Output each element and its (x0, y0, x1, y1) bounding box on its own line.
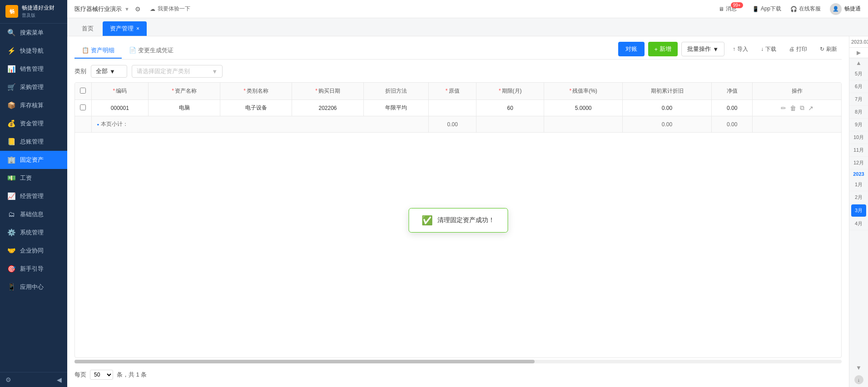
col-code: *编码 (91, 83, 149, 100)
down-circle-icon[interactable]: ↓ (854, 375, 863, 384)
company-settings-icon[interactable]: ⚙ (135, 5, 141, 13)
sidebar-item-system[interactable]: ⚙️ 系统管理 (0, 223, 67, 242)
month-4[interactable]: 4月 (849, 218, 868, 230)
category-type-select[interactable]: 全部 ▼ (91, 65, 127, 78)
month-5[interactable]: 5月 (849, 68, 868, 80)
row-checkbox[interactable] (80, 104, 86, 110)
sidebar-item-enterprise[interactable]: 🤝 企业协同 (0, 242, 67, 260)
row-net-value: 0.00 (712, 100, 753, 116)
col-depreciation-method: 折旧方法 (363, 83, 428, 100)
topbar-right: 🖥 消息 99+ 📱 App下载 🎧 在线客服 👤 畅捷通 (719, 3, 861, 15)
col-accumulated: 期初累计折旧 (622, 83, 711, 100)
col-original-value: *原值 (429, 83, 476, 100)
sidebar-item-sales[interactable]: 📊 销售管理 (0, 60, 67, 78)
user-name: 畅捷通 (844, 5, 861, 13)
tab-close-icon[interactable]: × (136, 25, 139, 32)
batch-button[interactable]: 批量操作 ▼ (681, 42, 724, 56)
sidebar-item-label: 经营管理 (20, 192, 44, 200)
collapse-icon[interactable]: ◀ (57, 376, 62, 383)
experience-icon: ☁ (150, 6, 155, 12)
company-dropdown-icon: ▼ (124, 6, 129, 12)
year-label: 2023 (849, 169, 868, 179)
more-icon[interactable]: ↗ (808, 104, 813, 112)
experience-button[interactable]: ☁ 我要体验一下 (150, 5, 190, 13)
month-7[interactable]: 7月 (849, 93, 868, 106)
edit-icon[interactable]: ✏ (781, 104, 786, 112)
service-button[interactable]: 🎧 在线客服 (790, 5, 821, 13)
tab-home[interactable]: 首页 (74, 21, 101, 36)
user-menu[interactable]: 👤 畅捷通 (830, 3, 861, 15)
sidebar-item-label: 资金管理 (20, 119, 44, 128)
sidebar-item-apps[interactable]: 📱 应用中心 (0, 278, 67, 296)
asset-list-icon: 📋 (82, 47, 89, 54)
sidebar-item-quicknav[interactable]: ⚡ 快捷导航 (0, 42, 67, 60)
tab-active-label: 资产管理 (110, 25, 134, 33)
print-button[interactable]: 🖨 打印 (784, 42, 812, 56)
company-selector[interactable]: 医疗器械行业演示 ▼ (74, 5, 129, 13)
category-filter-label: 类别 (74, 67, 86, 75)
service-icon: 🎧 (790, 6, 797, 12)
month-2[interactable]: 2月 (849, 191, 868, 204)
asset-table-container: *编码 *资产名称 *类别名称 *购买日期 折旧方法 *原值 *期限(月) *残… (74, 82, 842, 358)
month-11[interactable]: 11月 (849, 144, 868, 157)
import-button[interactable]: ↑ 导入 (728, 42, 753, 56)
download-label: App下载 (761, 5, 781, 13)
app-download-button[interactable]: 📱 App下载 (752, 5, 781, 13)
settings-icon[interactable]: ⚙ (5, 376, 11, 383)
tab-asset-management[interactable]: 资产管理 × (103, 21, 147, 36)
fixed-assets-icon: 🏢 (7, 156, 15, 164)
month-3-current[interactable]: 3月 (851, 204, 866, 217)
per-page-select[interactable]: 50 100 (90, 370, 113, 380)
sub-tab-asset-list-label: 资产明细 (91, 46, 114, 55)
right-panel: 2023.03 ▶ ▲ 5月 6月 7月 8月 9月 10月 11月 12月 2… (849, 36, 868, 387)
sidebar-item-label: 搜索菜单 (20, 29, 44, 37)
next-year-nav[interactable]: ▼ (849, 363, 868, 372)
account-button[interactable]: 对账 (618, 42, 645, 56)
row-name: 电脑 (149, 100, 220, 116)
copy-icon[interactable]: ⧉ (800, 104, 804, 112)
sidebar-item-finance[interactable]: 💰 资金管理 (0, 114, 67, 133)
sub-tabs: 📋 资产明细 📄 变更生成凭证 对账 + 新增 批量操作 ▼ (74, 42, 842, 60)
download-button[interactable]: ↓ 下载 (756, 42, 781, 56)
sub-tab-voucher-gen[interactable]: 📄 变更生成凭证 (122, 43, 181, 59)
total-count-label: 条，共 1 条 (117, 371, 147, 379)
delete-icon[interactable]: 🗑 (790, 104, 796, 112)
sidebar-item-ledger[interactable]: 📒 总账管理 (0, 133, 67, 151)
down-circle-button[interactable]: ↓ (849, 372, 868, 387)
sidebar-item-operations[interactable]: 📈 经营管理 (0, 187, 67, 205)
message-button[interactable]: 🖥 消息 99+ (719, 5, 737, 13)
category-type-arrow: ▼ (109, 68, 115, 75)
refresh-button[interactable]: ↻ 刷新 (815, 42, 842, 56)
sidebar-item-search[interactable]: 🔍 搜索菜单 (0, 24, 67, 42)
prev-year-nav[interactable]: ▲ (849, 58, 868, 68)
month-9[interactable]: 9月 (849, 119, 868, 131)
row-checkbox-cell (75, 100, 91, 116)
finance-icon: 💰 (7, 119, 15, 128)
subtotal-accumulated: 0.00 (622, 116, 711, 133)
month-8[interactable]: 8月 (849, 106, 868, 119)
sub-tab-asset-list[interactable]: 📋 资产明细 (74, 43, 122, 59)
new-button[interactable]: + 新增 (648, 42, 678, 56)
sub-tab-voucher-gen-label: 变更生成凭证 (138, 46, 174, 55)
sidebar-item-salary[interactable]: 💵 工资 (0, 169, 67, 187)
category-value-select[interactable]: 请选择固定资产类别 ▼ (132, 65, 223, 78)
sidebar-item-purchase[interactable]: 🛒 采购管理 (0, 78, 67, 96)
message-icon: 🖥 (719, 6, 724, 12)
toggle-collapse-icon: ▶ (857, 50, 861, 56)
sidebar-item-inventory[interactable]: 📦 库存核算 (0, 96, 67, 114)
month-6[interactable]: 6月 (849, 80, 868, 93)
horizontal-scrollbar[interactable] (74, 360, 842, 363)
month-12[interactable]: 12月 (849, 157, 868, 169)
month-1[interactable]: 1月 (849, 179, 868, 191)
new-button-label: 新增 (660, 45, 671, 53)
month-10[interactable]: 10月 (849, 131, 868, 144)
sidebar-item-fixed-assets[interactable]: 🏢 固定资产 (0, 151, 67, 169)
sidebar-item-basic-info[interactable]: 🗂 基础信息 (0, 205, 67, 223)
print-label: 打印 (796, 45, 807, 53)
right-panel-toggle[interactable]: ▶ (849, 48, 868, 58)
enterprise-icon: 🤝 (7, 247, 15, 255)
col-actions: 操作 (753, 83, 841, 100)
select-all-checkbox[interactable] (80, 88, 86, 94)
sidebar-item-guide[interactable]: 🎯 新手引导 (0, 260, 67, 278)
col-checkbox (75, 83, 91, 100)
